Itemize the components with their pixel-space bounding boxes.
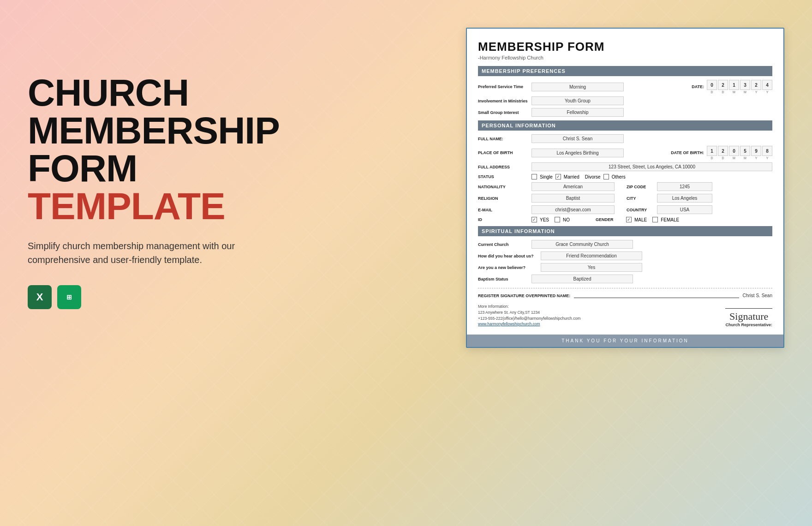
pob-value[interactable]: Los Angeles Birthing xyxy=(531,149,624,157)
how-heard-label: How did you hear about us? xyxy=(478,254,538,258)
others-checkbox[interactable] xyxy=(603,174,609,179)
dob-y2[interactable]: 8 xyxy=(762,146,772,156)
country-label: COUNTRY xyxy=(627,208,654,212)
id-yes-label: YES xyxy=(540,217,549,222)
id-no-label: NO xyxy=(563,217,570,222)
married-checkbox[interactable] xyxy=(555,174,561,179)
gender-female-checkbox[interactable] xyxy=(652,217,658,222)
dob-d1[interactable]: 1 xyxy=(707,146,717,156)
dob-m2[interactable]: 5 xyxy=(740,146,750,156)
dob-m1[interactable]: 0 xyxy=(729,146,739,156)
date-m1[interactable]: 1 xyxy=(729,80,739,90)
section-membership-preferences: MEMBERSHIP PREFERENCES xyxy=(478,66,772,76)
gender-male-label: MALE xyxy=(634,217,647,222)
full-name-value[interactable]: Christ S. Sean xyxy=(531,134,624,143)
new-believer-value[interactable]: Yes xyxy=(541,263,642,272)
date-label: DATE: xyxy=(692,84,704,89)
baptism-label: Baptism Status xyxy=(478,277,529,281)
description-text: Simplify church membership management wi… xyxy=(28,239,249,267)
id-gender-row: ID YES NO GENDER MALE FEMALE xyxy=(478,217,772,222)
form-panel: MEMBERSHIP FORM -Harmony Fellowship Chur… xyxy=(466,28,784,348)
how-heard-row: How did you hear about us? Friend Recomm… xyxy=(478,251,772,260)
email-row: E-MAIL christ@sean.com COUNTRY USA xyxy=(478,205,772,214)
app-icons: X ⊞ xyxy=(28,285,286,309)
religion-row: RELIGION Baptist CITY Los Angeles xyxy=(478,194,772,203)
id-no-checkbox[interactable] xyxy=(555,217,560,222)
date-y1[interactable]: 2 xyxy=(751,80,761,90)
nationality-value[interactable]: American xyxy=(531,182,615,191)
gender-female-label: FEMALE xyxy=(661,217,679,222)
single-label: Single xyxy=(540,174,553,179)
date-d2[interactable]: 2 xyxy=(718,80,728,90)
preferred-service-row: Preferred Service Time Morning DATE: 0D … xyxy=(478,80,772,94)
zip-value[interactable]: 1245 xyxy=(657,182,712,191)
signature-graphic: Signature xyxy=(729,311,768,322)
id-label: ID xyxy=(478,217,529,222)
baptism-value[interactable]: Baptized xyxy=(531,275,633,283)
small-group-row: Small Group Interest Fellowship xyxy=(478,108,772,117)
thank-you-bar: THANK YOU FOR YOUR INFORMATION xyxy=(467,335,783,347)
dob-group: DATE OF BIRTH: 1D 2D 0M 5M 9Y 8Y xyxy=(671,146,772,160)
signature-row: REGISTER SIGNATURE OVERPRINTED NAME: Chr… xyxy=(478,293,772,298)
religion-value[interactable]: Baptist xyxy=(531,194,615,203)
address-row: FULL ADDRESS 123 Street, Street, Los Ang… xyxy=(478,162,772,171)
id-yes-checkbox[interactable] xyxy=(531,217,537,222)
preferred-service-value[interactable]: Morning xyxy=(531,83,624,91)
current-church-label: Current Church xyxy=(478,242,529,247)
dob-label: DATE OF BIRTH: xyxy=(671,150,704,155)
status-label: STATUS xyxy=(478,174,529,179)
nationality-row: NATIONALITY American ZIP CODE 1245 xyxy=(478,182,772,191)
left-panel: CHURCH MEMBERSHIP FORM TEMPLATE Simplify… xyxy=(28,74,286,309)
title-church: CHURCH MEMBERSHIP FORM xyxy=(28,74,286,187)
title-template: TEMPLATE xyxy=(28,187,286,225)
address-value[interactable]: 123 Street, Street, Los Angeles, CA 1000… xyxy=(531,162,772,171)
full-name-row: FULL NAME: Christ S. Sean xyxy=(478,134,772,143)
status-row: STATUS Single Married Divorse Others xyxy=(478,174,772,179)
full-name-label: FULL NAME: xyxy=(478,137,529,141)
married-label: Married xyxy=(564,174,579,179)
others-label: Others xyxy=(612,174,626,179)
small-group-value[interactable]: Fellowship xyxy=(531,108,624,117)
signature-area: Signature Church Representative: xyxy=(725,308,772,327)
sig-name: Christ S. Sean xyxy=(743,293,772,298)
form-footer: REGISTER SIGNATURE OVERPRINTED NAME: Chr… xyxy=(478,288,772,331)
excel-icon: X xyxy=(28,285,52,309)
dob-y1[interactable]: 9 xyxy=(751,146,761,156)
sig-line xyxy=(574,298,739,298)
gender-male-checkbox[interactable] xyxy=(626,217,632,222)
contact-info: More Information: 123 Anywhere St. Any C… xyxy=(478,304,580,327)
date-m2[interactable]: 3 xyxy=(740,80,750,90)
city-value[interactable]: Los Angeles xyxy=(657,194,712,203)
address-label: FULL ADDRESS xyxy=(478,165,529,169)
footer-two-col: More Information: 123 Anywhere St. Any C… xyxy=(478,304,772,327)
single-checkbox[interactable] xyxy=(531,174,537,179)
divorce-label: Divorse xyxy=(585,174,601,179)
email-label: E-MAIL xyxy=(478,208,529,212)
country-value[interactable]: USA xyxy=(657,205,712,214)
sig-label: REGISTER SIGNATURE OVERPRINTED NAME: xyxy=(478,293,570,298)
pob-label: PLACE OF BIRTH xyxy=(478,150,529,155)
involvement-value[interactable]: Youth Group xyxy=(531,96,624,105)
baptism-row: Baptism Status Baptized xyxy=(478,275,772,283)
sheets-icon: ⊞ xyxy=(57,285,81,309)
nationality-label: NATIONALITY xyxy=(478,185,529,189)
dob-d2[interactable]: 2 xyxy=(718,146,728,156)
religion-label: RELIGION xyxy=(478,196,529,201)
current-church-value[interactable]: Grace Community Church xyxy=(531,240,633,249)
gender-label: GENDER xyxy=(596,217,623,222)
small-group-label: Small Group Interest xyxy=(478,110,529,115)
form-subtitle: -Harmony Fellowship Church xyxy=(478,55,772,60)
new-believer-row: Are you a new believer? Yes xyxy=(478,263,772,272)
how-heard-value[interactable]: Friend Recommendation xyxy=(541,251,642,260)
pob-row: PLACE OF BIRTH Los Angeles Birthing DATE… xyxy=(478,146,772,160)
new-believer-label: Are you a new believer? xyxy=(478,265,538,270)
form-title: MEMBERSHIP FORM xyxy=(478,40,772,54)
involvement-row: Involvement in Ministries Youth Group xyxy=(478,96,772,105)
date-d1[interactable]: 0 xyxy=(707,80,717,90)
date-y2[interactable]: 4 xyxy=(762,80,772,90)
email-value[interactable]: christ@sean.com xyxy=(531,205,615,214)
preferred-service-label: Preferred Service Time xyxy=(478,84,529,89)
involvement-label: Involvement in Ministries xyxy=(478,99,529,103)
zip-label: ZIP CODE xyxy=(627,185,654,189)
date-group: DATE: 0D 2D 1M 3M 2Y 4Y xyxy=(692,80,772,94)
